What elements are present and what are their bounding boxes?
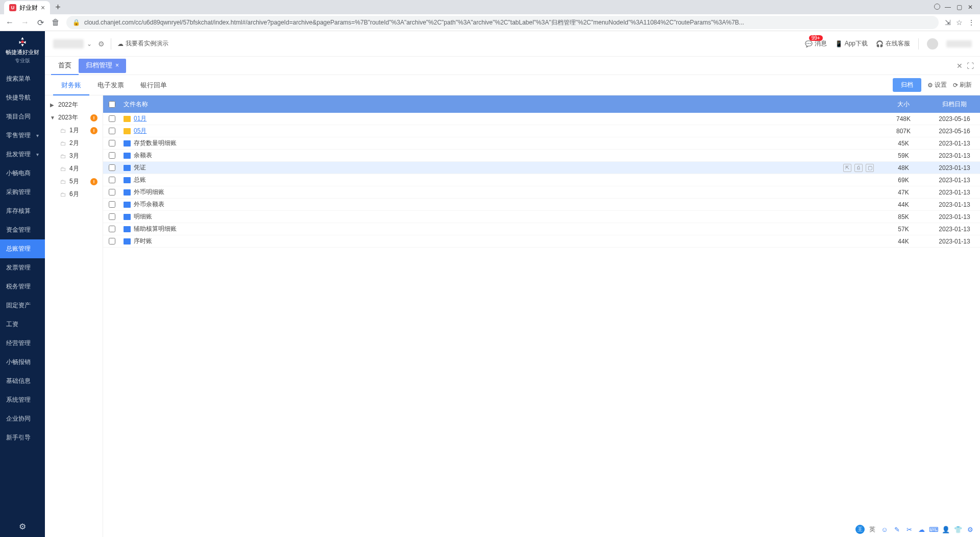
sidebar-item[interactable]: 发票管理 [0, 258, 45, 277]
export-icon[interactable]: ⇱ [843, 164, 851, 172]
tab-close-icon[interactable]: × [115, 62, 119, 69]
file-name-link[interactable]: 01月 [134, 114, 146, 123]
sidebar-item[interactable]: 小畅报销 [0, 353, 45, 372]
account-icon[interactable] [934, 4, 940, 10]
table-row[interactable]: 存货数量明细账 45K 2023-01-13 [103, 137, 980, 150]
new-tab-button[interactable]: + [50, 2, 66, 13]
tree-month[interactable]: 🗀2月 [45, 137, 103, 150]
minimize-icon[interactable]: — [944, 4, 951, 11]
tray-cut-icon[interactable]: ✂ [904, 525, 914, 534]
sidebar-item[interactable]: 项目合同 [0, 107, 45, 126]
table-row[interactable]: 序时账 44K 2023-01-13 [103, 235, 980, 248]
tree-month[interactable]: 🗀5月! [45, 175, 103, 188]
close-all-tabs-icon[interactable]: ✕ [957, 62, 963, 70]
content-tab-invoice[interactable]: 电子发票 [89, 75, 132, 95]
sidebar-item[interactable]: 系统管理 [0, 390, 45, 409]
tray-edit-icon[interactable]: ✎ [892, 525, 901, 534]
row-checkbox[interactable] [109, 115, 115, 122]
settings-button[interactable]: ⚙设置 [927, 81, 947, 89]
archive-button[interactable]: 归档 [893, 78, 921, 92]
ime-icon[interactable]: 王 [855, 525, 865, 534]
install-app-icon[interactable]: ⇲ [945, 18, 951, 27]
row-checkbox[interactable] [109, 226, 115, 232]
messages-button[interactable]: 99+ 💬 消息 [805, 39, 827, 48]
sidebar-item[interactable]: 基础信息 [0, 372, 45, 390]
sidebar-item[interactable]: 资金管理 [0, 221, 45, 239]
sidebar-item[interactable]: 小畅电商 [0, 164, 45, 183]
maximize-icon[interactable]: ▢ [955, 4, 963, 11]
row-checkbox[interactable] [109, 238, 115, 245]
row-checkbox[interactable] [109, 189, 115, 196]
menu-icon[interactable]: ⋮ [968, 18, 975, 27]
row-checkbox[interactable] [109, 213, 115, 220]
refresh-button[interactable]: ⟳刷新 [953, 81, 972, 89]
sidebar-item[interactable]: 新手引导 [0, 428, 45, 447]
content-tab-finance[interactable]: 财务账 [53, 75, 89, 95]
sidebar-item[interactable]: 经营管理 [0, 334, 45, 353]
tree-year-2022[interactable]: ▶ 2022年 [45, 99, 103, 111]
row-checkbox[interactable] [109, 164, 115, 171]
tray-gear-icon[interactable]: ⚙ [966, 525, 975, 534]
user-avatar[interactable] [927, 38, 938, 50]
tree-month[interactable]: 🗀1月! [45, 124, 103, 137]
ime-lang[interactable]: 英 [868, 525, 877, 534]
tray-user-icon[interactable]: 👤 [941, 525, 950, 534]
page-tab-archive[interactable]: 归档管理 × [79, 59, 126, 73]
url-input[interactable]: 🔒 cloud.chanjet.com/cc/u6d89qwnryel/57bf… [66, 16, 939, 29]
tree-month[interactable]: 🗀6月 [45, 188, 103, 201]
tree-month[interactable]: 🗀3月 [45, 150, 103, 162]
org-settings-icon[interactable]: ⚙ [98, 40, 105, 48]
close-window-icon[interactable]: ✕ [967, 4, 974, 11]
content-tab-bank[interactable]: 银行回单 [132, 75, 175, 95]
bookmark-icon[interactable]: ☆ [956, 18, 963, 27]
select-all-checkbox[interactable] [109, 101, 115, 108]
sidebar-item[interactable]: 零售管理▾ [0, 126, 45, 145]
forward-button[interactable]: → [20, 18, 30, 27]
tree-month[interactable]: 🗀4月 [45, 162, 103, 175]
fullscreen-icon[interactable]: ⛶ [967, 62, 974, 70]
sidebar-item[interactable]: 采购管理 [0, 183, 45, 202]
table-row[interactable]: 余额表 59K 2023-01-13 [103, 150, 980, 162]
tray-emoji-icon[interactable]: ☺ [880, 525, 889, 534]
sidebar-settings-icon[interactable]: ⚙ [0, 516, 45, 537]
row-checkbox[interactable] [109, 128, 115, 134]
row-checkbox[interactable] [109, 201, 115, 208]
online-service-button[interactable]: 🎧 在线客服 [876, 39, 910, 48]
reload-button[interactable]: ⟳ [36, 18, 45, 28]
page-tab-home[interactable]: 首页 [51, 57, 79, 75]
sidebar-item[interactable]: 搜索菜单 [0, 69, 45, 88]
table-row[interactable]: 外币明细账 47K 2023-01-13 [103, 186, 980, 199]
table-row[interactable]: 05月 807K 2023-05-16 [103, 125, 980, 137]
sidebar-item[interactable]: 快捷导航 [0, 88, 45, 107]
pdf-icon[interactable]: ⎙ [854, 164, 863, 172]
table-row[interactable]: 外币余额表 44K 2023-01-13 [103, 199, 980, 211]
sidebar-item[interactable]: 总账管理 [0, 239, 45, 258]
tray-cloud-icon[interactable]: ☁ [917, 525, 926, 534]
file-name-link[interactable]: 05月 [134, 127, 146, 135]
row-checkbox[interactable] [109, 177, 115, 183]
table-row[interactable]: 01月 748K 2023-05-16 [103, 113, 980, 125]
sidebar-item[interactable]: 企业协同 [0, 409, 45, 428]
table-row[interactable]: 凭证 ⇱ ⎙ ▢ 48K 2023-01-13 [103, 162, 980, 174]
table-row[interactable]: 明细账 85K 2023-01-13 [103, 211, 980, 223]
demo-link[interactable]: ☁ 我要看实例演示 [117, 39, 168, 48]
app-download-button[interactable]: 📱 App下载 [835, 39, 868, 48]
trash-icon[interactable]: 🗑 [51, 18, 60, 27]
sidebar-item[interactable]: 工资 [0, 315, 45, 334]
table-row[interactable]: 辅助核算明细账 57K 2023-01-13 [103, 223, 980, 235]
browser-tab[interactable]: U 好业财 × [4, 1, 50, 14]
row-checkbox[interactable] [109, 152, 115, 159]
table-row[interactable]: 总账 69K 2023-01-13 [103, 174, 980, 186]
sidebar-item[interactable]: 库存核算 [0, 202, 45, 221]
org-selector[interactable]: ⌄ [53, 39, 92, 48]
tray-shirt-icon[interactable]: 👕 [953, 525, 963, 534]
back-button[interactable]: ← [5, 18, 14, 27]
sidebar-item[interactable]: 固定资产 [0, 296, 45, 315]
row-checkbox[interactable] [109, 140, 115, 147]
sidebar-item[interactable]: 批发管理▾ [0, 145, 45, 164]
view-icon[interactable]: ▢ [866, 164, 874, 172]
tray-keyboard-icon[interactable]: ⌨ [929, 525, 938, 534]
tree-year-2023[interactable]: ▼ 2023年 ! [45, 111, 103, 124]
sidebar-item[interactable]: 税务管理 [0, 277, 45, 296]
tab-close-icon[interactable]: × [41, 4, 45, 12]
